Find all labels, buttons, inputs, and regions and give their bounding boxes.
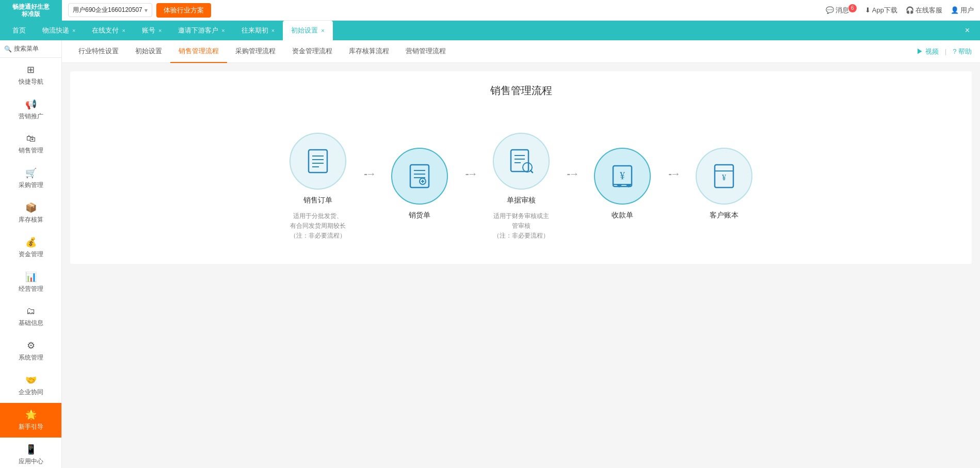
sidebar-item-enterprise[interactable]: 🤝 企业协同	[0, 368, 61, 403]
sidebar-item-finance[interactable]: 💰 资金管理	[0, 230, 61, 265]
sidebar-item-basic[interactable]: 🗂 基础信息	[0, 300, 61, 334]
enterprise-icon: 🤝	[25, 375, 37, 386]
svg-text:¥: ¥	[620, 170, 625, 181]
svg-rect-12	[511, 150, 528, 171]
sidebar-item-label: 经营管理	[19, 285, 43, 293]
video-icon: ▶	[917, 48, 923, 55]
svg-line-17	[531, 170, 533, 173]
nav-tabs-bar: 首页 物流快递 × 在线支付 × 账号 × 邀请下游客户 × 往来期初 × 初始…	[0, 21, 980, 40]
sales-order-desc: 适用于分批发货、有合同发货周期较长（注：非必要流程）	[290, 211, 346, 241]
logo-area: 畅捷通好生意 标准版	[0, 0, 62, 21]
sales-invoice-circle	[391, 148, 448, 205]
main-layout: 🔍 搜索菜单 ⊞ 快捷导航 📢 营销推广 🛍 销售管理 🛒 采购管理 📦 库存核…	[0, 40, 980, 468]
tab-init-close[interactable]: ×	[321, 27, 324, 34]
quick-nav-icon: ⊞	[27, 64, 35, 75]
user-select[interactable]: 用户690企业1660120507 ▾	[68, 3, 152, 17]
sub-tab-marketing-flow[interactable]: 营销管理流程	[397, 40, 454, 63]
sidebar-item-inventory[interactable]: 📦 库存核算	[0, 196, 61, 230]
inventory-icon: 📦	[25, 202, 37, 213]
app-download-label: App下载	[872, 6, 897, 15]
tab-home-label: 首页	[12, 26, 26, 35]
marketing-icon: 📢	[25, 99, 37, 110]
tab-period[interactable]: 往来期初 ×	[233, 21, 283, 40]
nav-close-btn[interactable]: ×	[959, 26, 976, 35]
tab-logistics-close[interactable]: ×	[72, 27, 75, 34]
sidebar-search[interactable]: 🔍 搜索菜单	[0, 40, 61, 58]
sub-tab-init[interactable]: 初始设置	[127, 40, 170, 63]
ledger-label: 客户账本	[710, 211, 738, 220]
avatar-icon: 👤	[951, 6, 959, 14]
sidebar-item-label: 基础信息	[19, 319, 43, 327]
sub-tab-industry[interactable]: 行业特性设置	[70, 40, 127, 63]
tab-init-settings[interactable]: 初始设置 ×	[283, 21, 332, 40]
sidebar-item-marketing[interactable]: 📢 营销推广	[0, 92, 61, 127]
arrow-4: ···→	[668, 168, 679, 206]
basic-icon: 🗂	[26, 306, 36, 317]
logo-text: 畅捷通好生意 标准版	[12, 3, 50, 18]
page-title: 销售管理流程	[87, 84, 955, 98]
receipt-label: 收款单	[612, 211, 633, 220]
sidebar-item-quick-nav[interactable]: ⊞ 快捷导航	[0, 58, 61, 92]
search-icon: 🔍	[4, 45, 12, 53]
sub-tab-purchase-flow[interactable]: 采购管理流程	[227, 40, 284, 63]
tab-invite-close[interactable]: ×	[221, 27, 224, 34]
video-help-btn[interactable]: ▶ 视频	[917, 47, 939, 56]
msg-btn[interactable]: 💬 消息 6	[826, 6, 857, 15]
sidebar-item-ops[interactable]: 📊 经营管理	[0, 265, 61, 300]
sidebar-item-newguide[interactable]: 🌟 新手引导	[0, 403, 61, 438]
tab-logistics-label: 物流快递	[42, 26, 69, 35]
purchase-icon: 🛒	[25, 167, 37, 179]
sidebar-item-appcenter[interactable]: 📱 应用中心	[0, 438, 61, 468]
tab-home[interactable]: 首页	[4, 21, 34, 40]
sales-order-label: 销售订单	[303, 196, 332, 205]
sub-tabs-right: ▶ 视频 | ? 帮助	[917, 47, 972, 56]
help-btn[interactable]: ? 帮助	[953, 47, 972, 56]
tab-payment-close[interactable]: ×	[122, 27, 125, 34]
top-bar-right: 💬 消息 6 ⬇ App下载 🎧 在线客服 👤 用户	[826, 6, 974, 15]
tab-init-label: 初始设置	[291, 26, 318, 35]
sidebar-item-sales[interactable]: 🛍 销售管理	[0, 127, 61, 161]
trial-button[interactable]: 体验行业方案	[156, 3, 211, 18]
sales-invoice-label: 销货单	[409, 211, 430, 220]
tab-invite-label: 邀请下游客户	[178, 26, 218, 35]
audit-circle	[493, 133, 550, 190]
app-download-btn[interactable]: ⬇ App下载	[865, 6, 897, 15]
tab-account-close[interactable]: ×	[158, 27, 162, 34]
download-icon: ⬇	[865, 6, 871, 14]
sidebar-item-label: 销售管理	[19, 146, 43, 155]
flow-diagram: 销售订单 适用于分批发货、有合同发货周期较长（注：非必要流程） ···→	[87, 122, 955, 252]
sub-tab-inventory-flow[interactable]: 库存核算流程	[341, 40, 397, 63]
online-service-btn[interactable]: 🎧 在线客服	[906, 6, 942, 15]
receipt-circle: ¥	[594, 148, 651, 205]
sub-tab-sales-flow[interactable]: 销售管理流程	[170, 40, 227, 63]
sidebar-item-system[interactable]: ⚙ 系统管理	[0, 334, 61, 368]
arrow-3: ···→	[567, 168, 577, 206]
sidebar: 🔍 搜索菜单 ⊞ 快捷导航 📢 营销推广 🛍 销售管理 🛒 采购管理 📦 库存核…	[0, 40, 62, 468]
tab-logistics[interactable]: 物流快递 ×	[34, 21, 84, 40]
sidebar-item-label: 新手引导	[19, 423, 43, 431]
sidebar-search-label: 搜索菜单	[14, 44, 39, 53]
msg-badge: 6	[848, 4, 857, 12]
sidebar-item-purchase[interactable]: 🛒 采购管理	[0, 161, 61, 196]
svg-rect-5	[410, 165, 429, 188]
flow-item-sales-order: 销售订单 适用于分批发货、有合同发货周期较长（注：非必要流程）	[277, 133, 359, 241]
sidebar-item-label: 应用中心	[19, 457, 43, 466]
tab-period-close[interactable]: ×	[271, 27, 275, 34]
user-label: 用户690企业1660120507	[73, 6, 142, 14]
sub-tab-finance-flow[interactable]: 资金管理流程	[284, 40, 341, 63]
dropdown-caret-icon: ▾	[144, 7, 148, 14]
online-service-label: 在线客服	[915, 6, 942, 15]
sales-icon: 🛍	[26, 133, 36, 144]
tab-payment[interactable]: 在线支付 ×	[84, 21, 133, 40]
flow-item-sales-invoice: 销货单	[378, 148, 461, 226]
sub-tabs: 行业特性设置 初始设置 销售管理流程 采购管理流程 资金管理流程 库存核算流程	[62, 40, 980, 63]
tab-account[interactable]: 账号 ×	[134, 21, 170, 40]
sidebar-item-label: 库存核算	[19, 215, 43, 224]
tab-invite[interactable]: 邀请下游客户 ×	[170, 21, 233, 40]
sidebar-item-label: 企业协同	[19, 388, 43, 397]
page-content: 销售管理流程 销售订单 适用于分批发货、有合同	[70, 71, 972, 264]
content-area: 行业特性设置 初始设置 销售管理流程 采购管理流程 资金管理流程 库存核算流程	[62, 40, 980, 468]
system-icon: ⚙	[27, 340, 35, 351]
user-avatar-btn[interactable]: 👤 用户	[951, 6, 974, 15]
tab-payment-label: 在线支付	[92, 26, 119, 35]
